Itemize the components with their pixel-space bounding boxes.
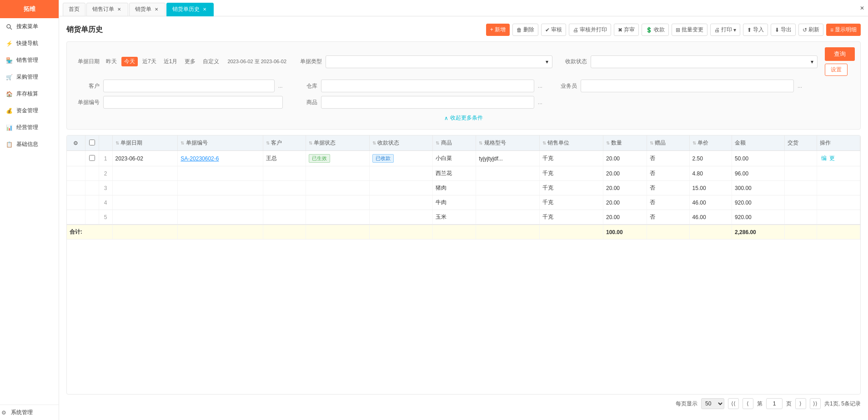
review-button[interactable]: ✔ 审核: [541, 24, 566, 36]
doc-type-chevron: ▾: [546, 59, 548, 65]
summary-amount: 2,286.00: [732, 225, 784, 240]
cell-checkbox[interactable]: [85, 151, 99, 166]
cell-doc-no: [178, 181, 263, 195]
close-all-icon[interactable]: ✕: [860, 5, 864, 11]
col-doc-no[interactable]: ⇅ 单据编号: [178, 135, 263, 151]
export-button[interactable]: ⬇ 导出: [771, 24, 796, 36]
goods-group: 商品 ...: [290, 96, 542, 109]
sidebar-item-system[interactable]: ⚙ 系统管理: [0, 405, 59, 420]
sidebar-item-search-menu[interactable]: 搜索菜单: [0, 18, 59, 35]
warehouse-dots[interactable]: ...: [538, 83, 542, 89]
goods-dots[interactable]: ...: [538, 99, 542, 105]
next-page-btn[interactable]: ⟩: [795, 398, 806, 409]
tab-sales-history[interactable]: 销货单历史 ✕: [166, 3, 214, 16]
shortcut-today[interactable]: 今天: [121, 57, 138, 66]
cell-unit: 千克: [540, 166, 603, 181]
setting-button[interactable]: 设置: [825, 64, 848, 76]
sidebar-item-sales-mgmt[interactable]: 🏪 销售管理: [0, 52, 59, 69]
sidebar-item-purchase-mgmt[interactable]: 🛒 采购管理: [0, 69, 59, 85]
batch-change-button[interactable]: ⊞ 批量变更: [672, 24, 707, 36]
query-button[interactable]: 查询: [825, 47, 855, 61]
sidebar-item-finance[interactable]: 💰 资金管理: [0, 102, 59, 119]
col-payment-status[interactable]: ⇅ 收款状态: [369, 135, 433, 151]
cell-checkbox[interactable]: [85, 195, 99, 210]
show-detail-button[interactable]: ≡ 显示明细: [826, 24, 861, 36]
abandon-icon: ✖: [618, 27, 622, 33]
import-button[interactable]: ⬆ 导入: [743, 24, 768, 36]
tab-sales-order[interactable]: 销售订单 ✕: [86, 3, 128, 16]
abandon-button[interactable]: ✖ 弃审: [614, 24, 639, 36]
col-spec[interactable]: ⇅ 规格型号: [476, 135, 540, 151]
print-button[interactable]: 🖨 打印 ▾: [710, 24, 740, 36]
cell-amount: 96.00: [732, 166, 784, 181]
review-print-button[interactable]: 🖨 审核并打印: [569, 24, 611, 36]
customer-input[interactable]: [103, 80, 275, 92]
doc-type-select[interactable]: ▾: [326, 55, 552, 68]
more-action[interactable]: 更: [828, 155, 836, 161]
sort-spec-icon: ⇅: [479, 140, 482, 145]
filter-row-1: 单据日期 昨天 今天 近7天 近1月 更多 自定义 2023-06-02 至 2…: [72, 47, 855, 76]
tab-sales-history-close[interactable]: ✕: [201, 6, 208, 13]
doc-no-input[interactable]: [103, 96, 283, 109]
delete-button[interactable]: 🗑 删除: [512, 24, 538, 36]
col-unit-price[interactable]: ⇅ 单价: [689, 135, 732, 151]
cell-checkbox[interactable]: [85, 210, 99, 225]
page-label: 第: [757, 400, 763, 408]
cell-settings: [67, 195, 85, 210]
row-checkbox[interactable]: [89, 155, 95, 161]
payment-status-select[interactable]: ▾: [591, 55, 818, 68]
col-doc-status[interactable]: ⇅ 单据状态: [306, 135, 369, 151]
refresh-button[interactable]: ↺ 刷新: [798, 24, 823, 36]
col-date[interactable]: ⇅ 单据日期: [112, 135, 178, 151]
cell-amount: 920.00: [732, 210, 784, 225]
shortcut-7days[interactable]: 近7天: [140, 57, 159, 66]
collect-button[interactable]: 💲 收款: [642, 24, 669, 36]
cell-actions: [817, 166, 860, 181]
col-quantity[interactable]: ⇅ 数量: [603, 135, 647, 151]
shortcut-custom[interactable]: 自定义: [200, 57, 222, 66]
col-gift[interactable]: ⇅ 赠品: [647, 135, 689, 151]
delete-icon: 🗑: [517, 27, 522, 33]
first-page-btn[interactable]: ⟨⟨: [728, 398, 739, 409]
cell-checkbox[interactable]: [85, 181, 99, 195]
collapse-button[interactable]: ∧ 收起更多条件: [442, 112, 485, 124]
last-page-btn[interactable]: ⟩⟩: [810, 398, 821, 409]
svg-point-0: [7, 25, 10, 28]
per-page-select[interactable]: 50 100 200: [701, 398, 724, 409]
cell-settings: [67, 210, 85, 225]
doc-no-link[interactable]: SA-20230602-6: [181, 155, 219, 162]
shortcut-more[interactable]: 更多: [182, 57, 198, 66]
shortcut-yesterday[interactable]: 昨天: [103, 57, 120, 66]
warehouse-input[interactable]: [321, 80, 534, 92]
tab-home[interactable]: 首页: [63, 3, 85, 16]
col-settings[interactable]: ⚙: [67, 135, 85, 151]
cell-checkbox[interactable]: [85, 166, 99, 181]
cell-goods: 猪肉: [433, 181, 476, 195]
tab-sales-goods-close[interactable]: ✕: [153, 6, 160, 13]
sidebar-item-inventory[interactable]: 🏠 库存核算: [0, 85, 59, 102]
sidebar-item-base-info[interactable]: 📋 基础信息: [0, 136, 59, 153]
col-unit[interactable]: ⇅ 销售单位: [540, 135, 603, 151]
tab-sales-goods[interactable]: 销货单 ✕: [129, 3, 166, 16]
sidebar-item-operation[interactable]: 📊 经营管理: [0, 119, 59, 136]
sort-gift-icon: ⇅: [650, 140, 653, 145]
select-all-checkbox[interactable]: [89, 140, 95, 145]
prev-page-btn[interactable]: ⟨: [743, 398, 753, 409]
shortcut-1month[interactable]: 近1月: [161, 57, 181, 66]
goods-input[interactable]: [321, 96, 534, 109]
tab-sales-order-close[interactable]: ✕: [116, 6, 122, 13]
salesperson-input[interactable]: [581, 80, 794, 92]
col-customer[interactable]: ⇅ 客户: [263, 135, 306, 151]
collapse-up-icon: ∧: [444, 115, 448, 121]
payment-status-group: 收款状态 ▾: [560, 55, 818, 68]
edit-action[interactable]: 编: [820, 155, 828, 161]
add-button[interactable]: + 新增: [486, 24, 510, 36]
doc-type-label: 单据类型: [295, 58, 322, 65]
col-checkbox[interactable]: [85, 135, 99, 151]
cell-num: 2: [99, 166, 112, 181]
salesperson-dots[interactable]: ...: [798, 83, 802, 89]
col-goods[interactable]: ⇅ 商品: [433, 135, 476, 151]
sidebar-item-quick-nav[interactable]: ⚡ 快捷导航: [0, 35, 59, 52]
page-input[interactable]: [766, 398, 783, 409]
customer-dots[interactable]: ...: [278, 83, 283, 89]
